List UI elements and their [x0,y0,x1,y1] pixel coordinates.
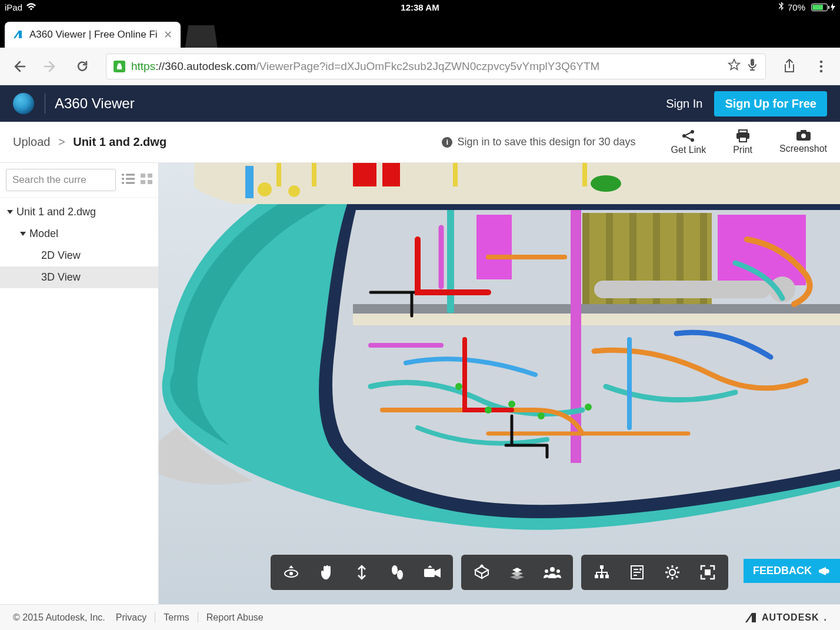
walk-button[interactable] [381,559,413,585]
svg-rect-35 [245,166,254,198]
page-footer: © 2015 Autodesk, Inc. Privacy Terms Repo… [0,604,840,630]
svg-rect-29 [476,215,512,279]
share-button[interactable] [781,58,798,75]
autodesk-favicon-icon [12,29,24,41]
url-text: https://360.autodesk.com/ViewerPage?id=d… [131,60,722,73]
zoom-button[interactable] [346,559,378,585]
svg-point-61 [639,568,642,571]
tree-node-model[interactable]: Model [0,223,158,245]
svg-rect-17 [194,163,840,186]
3d-viewport[interactable]: FEEDBACK [159,163,840,604]
svg-point-1 [820,60,823,63]
orbit-button[interactable] [275,559,307,585]
menu-button[interactable] [813,58,829,75]
ios-status-bar: iPad 12:38 AM 70% [0,0,840,14]
svg-rect-36 [276,163,281,186]
sign-up-button[interactable]: Sign Up for Free [714,91,827,116]
svg-rect-52 [424,569,435,577]
collaboration-button[interactable] [536,559,568,585]
print-icon [735,129,751,142]
list-view-icon[interactable] [122,174,135,186]
tree-node-3d-view[interactable]: 3D View [0,266,158,288]
section-button[interactable] [466,559,498,585]
a360-logo-icon [13,93,34,114]
svg-rect-7 [739,130,747,133]
megaphone-icon [818,565,831,577]
back-button[interactable] [11,58,27,75]
svg-point-47 [591,175,621,192]
app-header: A360 Viewer Sign In Sign Up for Free [0,85,840,122]
browser-tab-strip: A360 Viewer | Free Online Fi ✕ [0,14,840,48]
screenshot-button[interactable]: Screenshot [779,129,827,155]
svg-rect-59 [605,575,609,578]
settings-tool-group [581,555,728,590]
svg-point-40 [258,182,272,196]
breadcrumb-current: Unit 1 and 2.dwg [73,135,166,148]
svg-point-12 [801,134,806,138]
svg-point-41 [288,185,300,197]
footer-links: Privacy Terms Report Abuse [105,612,272,623]
ship-3d-model [159,163,840,604]
svg-rect-63 [705,569,711,575]
structure-button[interactable] [586,559,618,585]
breadcrumb: Upload > Unit 1 and 2.dwg [13,135,166,149]
svg-point-42 [485,406,492,414]
svg-rect-31 [594,281,771,298]
lock-icon [114,61,125,72]
properties-button[interactable] [621,559,653,585]
bluetooth-icon [778,2,784,13]
svg-rect-39 [582,163,587,186]
grid-view-icon[interactable] [141,174,152,186]
forward-button[interactable] [42,58,59,75]
svg-rect-14 [148,174,152,178]
feedback-button[interactable]: FEEDBACK [744,559,840,583]
svg-rect-58 [600,575,604,578]
svg-point-62 [669,569,675,575]
print-button[interactable]: Print [733,129,752,155]
svg-rect-16 [148,180,152,184]
autodesk-icon [744,612,757,623]
svg-rect-23 [582,213,589,304]
settings-button[interactable] [656,559,688,585]
reload-button[interactable] [74,58,91,75]
pan-button[interactable] [311,559,342,585]
privacy-link[interactable]: Privacy [105,612,155,623]
search-input[interactable]: Search the curre [6,169,116,191]
battery-percent: 70% [788,2,805,12]
terms-link[interactable]: Terms [155,612,198,623]
browser-tab[interactable]: A360 Viewer | Free Online Fi ✕ [5,22,181,48]
svg-rect-33 [353,163,376,186]
mic-icon[interactable] [746,58,758,74]
tree-root[interactable]: Unit 1 and 2.dwg [0,201,158,223]
fullscreen-button[interactable] [692,559,724,585]
viewer-toolbar [271,555,728,590]
explode-button[interactable] [501,559,533,585]
report-abuse-link[interactable]: Report Abuse [198,612,272,623]
copyright: © 2015 Autodesk, Inc. [13,612,105,623]
star-icon[interactable] [728,58,741,74]
get-link-button[interactable]: Get Link [671,129,706,155]
svg-rect-34 [382,163,400,186]
address-bar[interactable]: https://360.autodesk.com/ViewerPage?id=d… [106,54,766,79]
model-tree: Unit 1 and 2.dwg Model 2D View 3D View [0,198,158,292]
tree-node-2d-view[interactable]: 2D View [0,245,158,266]
autodesk-logo: AUTODESK. [744,612,827,623]
svg-rect-21 [447,210,454,313]
svg-point-51 [397,570,403,579]
app-title: A360 Viewer [55,95,135,112]
svg-point-43 [508,401,515,408]
divider [45,94,45,114]
close-icon[interactable]: ✕ [164,28,172,41]
breadcrumb-root[interactable]: Upload [13,135,50,148]
signin-hint: i Sign in to save this design for 30 day… [442,136,635,148]
nav-tool-group [271,555,453,590]
svg-rect-15 [141,180,145,184]
device-label: iPad [5,2,22,12]
caret-down-icon [7,210,13,214]
svg-rect-11 [801,130,806,133]
sign-in-link[interactable]: Sign In [666,97,702,111]
new-tab-button[interactable] [185,25,218,48]
camera-button[interactable] [416,559,448,585]
svg-rect-0 [751,59,754,66]
svg-rect-57 [595,575,598,578]
